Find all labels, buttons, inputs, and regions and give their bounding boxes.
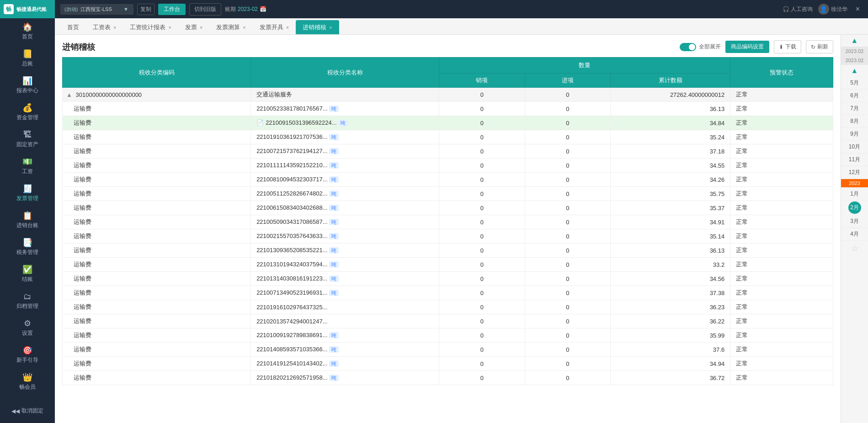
sales-val: 0 <box>439 243 525 258</box>
sales-val: 0 <box>439 258 525 272</box>
scroll-up-btn2[interactable]: ▲ <box>841 65 868 77</box>
toggle-track[interactable] <box>680 43 696 51</box>
invoice-num: 22101310194324037594... 吨 <box>251 258 439 272</box>
ledger-icon: 📒 <box>22 50 32 58</box>
tab-invoice-calc-close[interactable]: × <box>243 25 245 30</box>
sidebar-item-member[interactable]: 👑 畅会员 <box>0 369 55 396</box>
company-tag: (勿动) <box>64 6 78 13</box>
year-2023[interactable]: 2023 <box>841 179 868 188</box>
month-9[interactable]: 9月 <box>841 128 868 141</box>
tab-salary-stats[interactable]: 工资统计报表 × <box>123 20 178 34</box>
unit-tag: 吨 <box>329 346 339 353</box>
tab-invoice-calc[interactable]: 发票测算 × <box>209 20 252 34</box>
tab-invoice[interactable]: 发票 × <box>178 20 209 34</box>
tab-invoice-open-close[interactable]: × <box>286 25 289 30</box>
unit-tag: 吨 <box>329 375 339 381</box>
purchase-val: 0 <box>525 300 610 314</box>
settings-btn[interactable]: 商品编码设置 <box>725 41 769 53</box>
sidebar-item-label: 新手引导 <box>16 356 38 364</box>
sidebar-item-label: 发票管理 <box>16 195 38 202</box>
invoice-num: 22101419125410143402... 吨 <box>251 357 439 371</box>
purchase-val: 0 <box>525 357 610 371</box>
month-11[interactable]: 11月 <box>841 153 868 166</box>
cumulative-val: 34.94 <box>610 357 730 371</box>
status-val: 正常 <box>730 343 833 357</box>
archive-icon: 🗂 <box>23 292 32 301</box>
sidebar-item-assets[interactable]: 🏗 固定资产 <box>0 126 55 153</box>
unit-tag: 吨 <box>329 162 339 169</box>
item-name: 运输费 <box>63 243 251 258</box>
tab-invoice-close[interactable]: × <box>200 25 202 30</box>
invoice-num: 22101314030816191223... 吨 <box>251 272 439 286</box>
tab-salary-stats-close[interactable]: × <box>168 25 171 30</box>
month-10[interactable]: 10月 <box>841 141 868 153</box>
tab-salary-close[interactable]: × <box>113 25 116 30</box>
month-8[interactable]: 8月 <box>841 115 868 128</box>
sales-val: 0 <box>439 130 525 144</box>
month-1[interactable]: 1月 <box>841 188 868 201</box>
collapse-icon[interactable]: ▲ <box>66 91 72 98</box>
toggle-thumb <box>689 44 695 50</box>
sidebar-item-label: 首页 <box>22 33 33 41</box>
refresh-btn[interactable]: ↻ 刷新 <box>806 40 833 53</box>
assets-icon: 🏗 <box>23 131 32 139</box>
favorite-icon[interactable]: ☆ <box>841 241 868 256</box>
tab-sales-check-close[interactable]: × <box>329 25 332 30</box>
company-name: 江西报宝-LSS <box>80 6 112 13</box>
month-5[interactable]: 5月 <box>841 77 868 90</box>
calendar-icon[interactable]: 📅 <box>260 6 266 12</box>
tab-salary[interactable]: 工资表 × <box>86 20 123 34</box>
sidebar-item-guide[interactable]: 🎯 新手引导 <box>0 342 55 369</box>
sidebar-item-label: 设置 <box>22 329 33 337</box>
sidebar-item-ledger[interactable]: 📒 总账 <box>0 45 55 72</box>
tab-sales-check[interactable]: 进销稽核 × <box>296 20 339 34</box>
unit-tag: 吨 <box>329 148 339 154</box>
item-name: 运输费 <box>63 286 251 300</box>
copy-btn[interactable]: 复制 <box>137 4 154 15</box>
support-btn[interactable]: 🎧 人工咨询 <box>783 5 813 13</box>
invoice-num: 22100810094532303717... 吨 <box>251 173 439 187</box>
cumulative-val: 34.84 <box>610 116 730 130</box>
sidebar-item-invoices[interactable]: 🧾 发票管理 <box>0 180 55 207</box>
sidebar-item-archive[interactable]: 🗂 归档管理 <box>0 288 55 315</box>
month-7[interactable]: 7月 <box>841 102 868 115</box>
workspace-btn[interactable]: 工作台 <box>158 4 186 15</box>
th-quantity: 数量 <box>439 58 730 74</box>
sidebar-item-tax[interactable]: 📑 税务管理 <box>0 234 55 261</box>
expand-toggle[interactable]: 全部展开 <box>680 43 721 51</box>
unpin-btn[interactable]: ◀◀ 取消固定 <box>0 403 55 418</box>
scroll-up-btn[interactable]: ▲ <box>841 35 868 47</box>
username: 徐泾华 <box>831 5 847 13</box>
sidebar-item-funds[interactable]: 💰 资金管理 <box>0 99 55 126</box>
company-selector[interactable]: (勿动) 江西报宝-LSS ▼ <box>60 4 133 15</box>
sidebar-item-reports[interactable]: 📊 报表中心 <box>0 72 55 99</box>
sidebar-item-sales-ledger[interactable]: 📋 进销台账 <box>0 207 55 234</box>
month-2[interactable]: 2月 <box>848 201 861 214</box>
sidebar-item-label: 畅会员 <box>19 383 36 391</box>
invoice-num: 22101916102976437325... <box>251 300 439 314</box>
purchase-val: 0 <box>525 173 610 187</box>
status-val: 正常 <box>730 144 833 159</box>
tab-home-label: 首页 <box>67 23 79 32</box>
sidebar-item-home[interactable]: 🏠 首页 <box>0 18 55 45</box>
item-name: 运输费 <box>63 371 251 385</box>
tab-invoice-open[interactable]: 发票开具 × <box>253 20 296 34</box>
settings-icon: ⚙ <box>24 319 31 328</box>
download-btn[interactable]: ⬇ 下载 <box>774 40 801 53</box>
sales-val: 0 <box>439 102 525 116</box>
sidebar-item-settings[interactable]: ⚙ 设置 <box>0 315 55 342</box>
back-btn[interactable]: 切到旧版 <box>189 3 221 16</box>
item-name: 运输费 <box>63 272 251 286</box>
month-4[interactable]: 4月 <box>841 228 868 241</box>
month-6[interactable]: 6月 <box>841 90 868 102</box>
item-name: 运输费 <box>63 173 251 187</box>
month-12[interactable]: 12月 <box>841 166 868 179</box>
avatar: 👤 <box>818 4 829 15</box>
tab-home[interactable]: 首页 <box>60 20 86 34</box>
sidebar-item-settle[interactable]: ✅ 结账 <box>0 261 55 288</box>
sidebar-item-salary[interactable]: 💵 工资 <box>0 153 55 180</box>
cumulative-val: 34.55 <box>610 159 730 173</box>
guide-icon: 🎯 <box>22 346 32 354</box>
month-3[interactable]: 3月 <box>841 215 868 228</box>
topbar-close-btn[interactable]: × <box>853 4 863 14</box>
